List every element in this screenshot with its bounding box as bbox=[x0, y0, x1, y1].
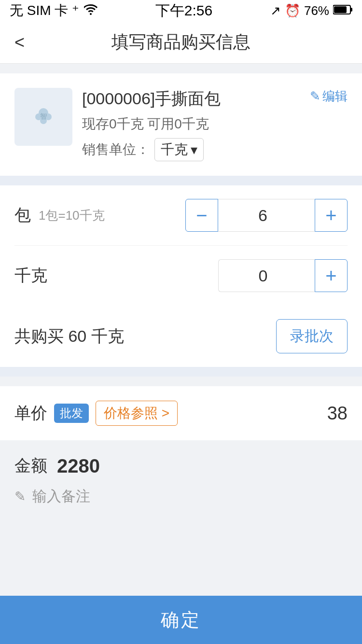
qty-unit-bao: 包 bbox=[14, 204, 31, 226]
confirm-button[interactable]: 确定 bbox=[161, 608, 201, 632]
amount-section: 金额 2280 ✎ 输入备注 bbox=[0, 440, 362, 516]
confirm-bar[interactable]: 确定 bbox=[0, 596, 362, 644]
product-image: 智 bbox=[14, 88, 72, 146]
qty-sublabel-bao: 1包=10千克 bbox=[39, 207, 105, 224]
product-info: [0000006]手撕面包 ✎ 编辑 现存0千克 可用0千克 销售单位： 千克 … bbox=[82, 88, 348, 161]
nav-bar: < 填写商品购买信息 bbox=[0, 21, 362, 64]
page-title: 填写商品购买信息 bbox=[111, 30, 251, 54]
location-icon: ↗ bbox=[270, 3, 281, 18]
remark-row[interactable]: ✎ 输入备注 bbox=[14, 487, 348, 506]
section-divider-2 bbox=[0, 367, 362, 377]
unit-selector[interactable]: 千克 ▾ bbox=[154, 138, 204, 161]
back-button[interactable]: < bbox=[14, 32, 25, 53]
status-time: 下午2:56 bbox=[155, 1, 212, 21]
battery-label: 76% bbox=[304, 3, 329, 18]
qty-plus-bao[interactable]: + bbox=[315, 199, 348, 232]
sim-label: 无 SIM 卡 ⁺ bbox=[10, 1, 79, 20]
price-label: 单价 批发 价格参照 > bbox=[14, 401, 178, 426]
edit-button[interactable]: ✎ 编辑 bbox=[310, 88, 348, 105]
section-divider-1 bbox=[0, 176, 362, 185]
total-section: 共购买 60 千克 录批次 bbox=[0, 306, 362, 367]
price-row: 单价 批发 价格参照 > 38 bbox=[14, 401, 348, 426]
quantity-row-bao: 包 1包=10千克 − + bbox=[14, 185, 348, 246]
status-bar: 无 SIM 卡 ⁺ 下午2:56 ↗ ⏰ 76% bbox=[0, 0, 362, 21]
quantity-section: 包 1包=10千克 − + 千克 + bbox=[0, 185, 362, 306]
price-tag: 批发 bbox=[54, 404, 89, 423]
price-section: 单价 批发 价格参照 > 38 bbox=[0, 386, 362, 440]
qty-input-bao[interactable] bbox=[218, 199, 315, 232]
svg-rect-2 bbox=[334, 6, 347, 13]
qty-input-kg[interactable] bbox=[218, 259, 315, 292]
status-right: ↗ ⏰ 76% bbox=[270, 3, 352, 18]
total-text: 共购买 60 千克 bbox=[14, 325, 124, 348]
qty-controls-kg: + bbox=[218, 259, 348, 292]
pencil-icon: ✎ bbox=[14, 489, 26, 504]
qty-label-kg: 千克 bbox=[14, 265, 47, 287]
svg-text:智: 智 bbox=[40, 112, 47, 120]
product-unit: 销售单位： 千克 ▾ bbox=[82, 138, 348, 161]
product-stock: 现存0千克 可用0千克 bbox=[82, 115, 348, 133]
product-name: [0000006]手撕面包 bbox=[82, 88, 221, 110]
remark-placeholder: 输入备注 bbox=[32, 487, 90, 506]
qty-minus-bao[interactable]: − bbox=[185, 199, 218, 232]
quantity-row-kg: 千克 + bbox=[14, 246, 348, 306]
amount-row: 金额 2280 bbox=[14, 455, 348, 477]
alarm-icon: ⏰ bbox=[285, 3, 300, 18]
price-label-text: 单价 bbox=[14, 402, 47, 424]
batch-button[interactable]: 录批次 bbox=[276, 319, 348, 353]
amount-value: 2280 bbox=[57, 455, 100, 477]
status-left: 无 SIM 卡 ⁺ bbox=[10, 1, 97, 20]
qty-unit-kg: 千克 bbox=[14, 265, 47, 287]
product-card: 智 [0000006]手撕面包 ✎ 编辑 现存0千克 可用0千克 销售单位： 千… bbox=[0, 73, 362, 176]
qty-controls-bao: − + bbox=[185, 199, 348, 232]
battery-icon bbox=[333, 3, 352, 18]
unit-label: 销售单位： bbox=[82, 140, 150, 159]
unit-value: 千克 bbox=[161, 140, 188, 159]
chevron-down-icon: ▾ bbox=[191, 142, 197, 158]
wifi-icon bbox=[84, 3, 97, 18]
edit-label: 编辑 bbox=[322, 88, 348, 105]
edit-icon: ✎ bbox=[310, 89, 320, 104]
svg-rect-1 bbox=[350, 8, 352, 12]
qty-plus-kg[interactable]: + bbox=[315, 259, 348, 292]
price-ref-button[interactable]: 价格参照 > bbox=[96, 401, 178, 426]
amount-label: 金额 bbox=[14, 455, 47, 477]
price-value: 38 bbox=[327, 403, 348, 424]
qty-label-bao: 包 1包=10千克 bbox=[14, 204, 105, 226]
